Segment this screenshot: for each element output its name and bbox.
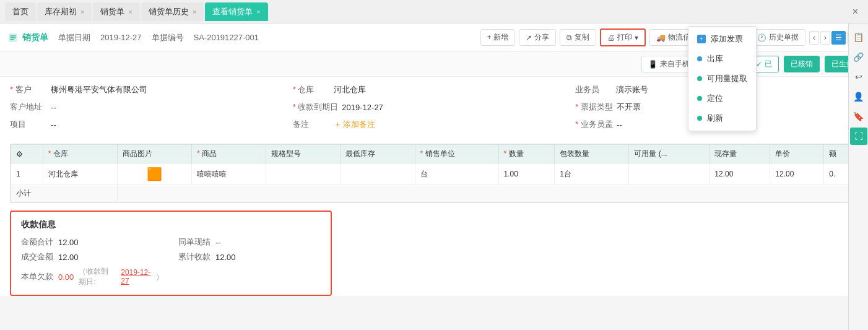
tab-home[interactable]: 首页: [5, 2, 36, 21]
staff-value: 演示账号: [616, 84, 648, 95]
no-label: 单据编号: [152, 32, 184, 43]
tab-sales-order[interactable]: 销货单 ×: [93, 2, 139, 21]
salesperson-label: 业务员孟: [575, 119, 613, 130]
th-product: 商品: [192, 145, 266, 163]
total-amount-value: 12.00: [58, 238, 79, 247]
payment-total-amount: 金额合计 12.00: [21, 237, 163, 248]
sidebar-user-icon[interactable]: 👤: [850, 88, 867, 105]
plus-icon: ＋: [334, 119, 342, 130]
print-dropdown-icon: ▾: [635, 33, 638, 42]
sidebar-return-icon[interactable]: ↩: [850, 68, 867, 85]
warehouse-label: 仓库: [293, 84, 330, 95]
address-label: 客户地址: [10, 102, 47, 113]
sidebar-doc-icon[interactable]: 📋: [850, 28, 867, 46]
subtotal-label: 小计: [11, 185, 118, 202]
dropdown-available-extract[interactable]: 可用量提取: [688, 69, 756, 89]
td-min-stock: [341, 163, 415, 185]
next-btn[interactable]: ›: [820, 31, 830, 45]
total-amount-label: 金额合计: [21, 237, 53, 248]
dropdown-locate-label: 定位: [707, 93, 723, 104]
right-sidebar: 📋 🔗 ↩ 👤 🔖 ⛶: [848, 24, 868, 303]
owed-suffix: （收款到期日:: [79, 266, 116, 287]
th-quantity: 数量: [498, 145, 555, 163]
no-value: SA-20191227-001: [194, 33, 259, 42]
tab-sales-order-label: 销货单: [100, 6, 124, 17]
sidebar-expand-icon[interactable]: ⛶: [850, 128, 867, 145]
project-value: --: [51, 120, 56, 129]
sales-table: ⚙ 仓库 商品图片 商品 规格型号 最低库存 销售单位 数量 包装数量 可用量 …: [11, 144, 857, 202]
tab-sales-history-label: 销货单历史: [149, 6, 189, 17]
tab-bar: 首页 库存期初 × 销货单 × 销货单历史 × 查看销货单 × ×: [0, 0, 868, 24]
print-button[interactable]: 🖨 打印 ▾: [600, 28, 646, 46]
payment-same-settle: 同单现结 --: [178, 237, 321, 248]
doc-meta: 单据日期 2019-12-27 单据编号 SA-20191227-001: [58, 32, 259, 43]
remark-label: 备注: [293, 119, 330, 130]
data-table-container: ⚙ 仓库 商品图片 商品 规格型号 最低库存 销售单位 数量 包装数量 可用量 …: [10, 144, 858, 203]
th-gear[interactable]: ⚙: [11, 145, 43, 163]
td-warehouse: 河北仓库: [43, 163, 117, 185]
td-product: 嘻嘻嘻嘻: [192, 163, 266, 185]
project-field: 项目 --: [10, 119, 293, 130]
staff-label: 业务员: [575, 84, 612, 95]
tab-view-sales-label: 查看销货单: [212, 6, 253, 17]
ticket-type-label: 票据类型: [575, 102, 613, 113]
th-image: 商品图片: [117, 145, 191, 163]
payment-deal-amount: 成交金额 12.00: [21, 251, 163, 263]
dropdown-add-invoice-label: 添加发票: [711, 33, 743, 45]
customer-field: 客户 柳州粤港平安气体有限公司: [10, 84, 293, 95]
owed-suffix2: ）: [156, 272, 163, 282]
th-warehouse: 仓库: [43, 145, 117, 163]
dropdown-outbound-label: 出库: [707, 53, 723, 64]
prev-btn[interactable]: ‹: [809, 31, 819, 45]
subtotal-row: 小计: [11, 185, 857, 202]
owed-value: 0.00: [58, 272, 74, 282]
print-icon: 🖨: [607, 33, 615, 42]
new-button[interactable]: + 新增: [480, 29, 515, 46]
cumulative-label: 累计收款: [178, 251, 210, 263]
tab-sales-history-close[interactable]: ×: [193, 8, 196, 15]
doc-title: 销货单: [7, 32, 48, 43]
tab-sales-order-close[interactable]: ×: [128, 8, 132, 15]
share-button[interactable]: ↗ 分享: [519, 29, 556, 46]
th-unit-price: 单价: [770, 145, 824, 163]
same-settle-label: 同单现结: [178, 237, 210, 248]
remark-add-link[interactable]: ＋ 添加备注: [334, 119, 375, 130]
td-image: 🟧: [117, 163, 191, 185]
phone-icon: 📱: [648, 60, 658, 69]
doc-title-text: 销货单: [22, 32, 48, 43]
td-quantity: 1.00: [498, 163, 555, 185]
sidebar-tag-icon[interactable]: 🔖: [850, 108, 867, 125]
sidebar-link-icon[interactable]: 🔗: [850, 48, 867, 66]
table-header-row: ⚙ 仓库 商品图片 商品 规格型号 最低库存 销售单位 数量 包装数量 可用量 …: [11, 145, 857, 163]
tab-view-sales[interactable]: 查看销货单 ×: [205, 2, 267, 21]
same-settle-value: --: [215, 238, 221, 247]
tab-view-sales-close[interactable]: ×: [256, 8, 260, 15]
warehouse-field: 仓库 河北仓库: [293, 84, 576, 95]
salesperson-value: --: [617, 120, 622, 129]
payment-section: 收款信息 金额合计 12.00 同单现结 -- 成交金额 12.00 累计收款 …: [10, 211, 332, 296]
locate-dot: [697, 96, 702, 101]
history-button[interactable]: 🕐 历史单据: [750, 29, 805, 46]
address-field: 客户地址 --: [10, 102, 293, 113]
deal-amount-value: 12.00: [58, 253, 79, 262]
copy-button[interactable]: ⧉ 复制: [560, 29, 596, 46]
subtotal-data: [117, 185, 857, 202]
td-spec: [266, 163, 341, 185]
outbound-dot: [697, 56, 702, 61]
verified-btn[interactable]: 已核销: [784, 56, 820, 72]
dropdown-refresh[interactable]: 刷新: [688, 108, 756, 128]
history-icon: 🕐: [757, 33, 766, 42]
dropdown-outbound[interactable]: 出库: [688, 49, 756, 69]
truck-icon: 🚚: [656, 33, 666, 42]
tab-sales-history[interactable]: 销货单历史 ×: [141, 2, 204, 21]
dropdown-locate[interactable]: 定位: [688, 89, 756, 108]
list-view-btn[interactable]: ☰: [831, 31, 846, 45]
td-available: [629, 163, 710, 185]
tab-inventory-init[interactable]: 库存期初 ×: [37, 2, 92, 21]
tab-inventory-close[interactable]: ×: [80, 8, 84, 15]
tab-home-label: 首页: [12, 6, 28, 17]
global-close-btn[interactable]: ×: [848, 6, 863, 17]
due-date-label: 收款到期日: [293, 102, 339, 113]
operate-dropdown: + 添加发票 出库 可用量提取 定位 刷新: [688, 26, 757, 131]
dropdown-add-invoice[interactable]: + 添加发票: [688, 29, 756, 49]
